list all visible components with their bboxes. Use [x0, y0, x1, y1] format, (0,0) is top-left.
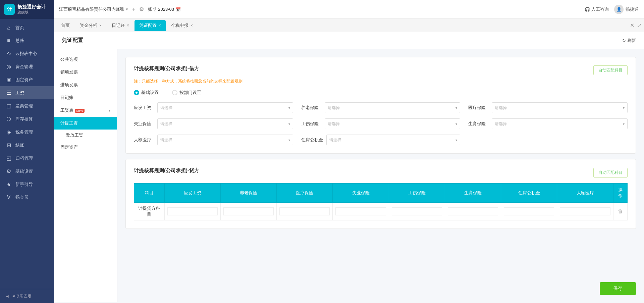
expand-icon[interactable]: ⤢ — [637, 22, 641, 29]
sidebar-item-settings[interactable]: ⚙ 基础设置 — [0, 165, 54, 178]
sidebar-item-reports[interactable]: ∿ 云报表中心 — [0, 47, 54, 60]
radio-group: 基础设置 按部门设置 — [134, 90, 628, 96]
housing-fund-arrow-icon: ▾ — [455, 138, 457, 142]
add-icon[interactable]: + — [132, 6, 135, 12]
cancel-pin-icon: ◄ — [5, 294, 9, 299]
housing-fund-select[interactable]: 请选择 ▾ — [326, 135, 461, 145]
sidebar-item-guide[interactable]: ★ 新手引导 — [0, 178, 54, 191]
radio-dept[interactable]: 按部门设置 — [172, 90, 201, 96]
topbar-settings-icon[interactable]: ⚙ — [139, 6, 144, 12]
sidebar-footer[interactable]: ◄ ◄取消固定 — [0, 289, 54, 303]
tab-funds-close[interactable]: × — [99, 23, 102, 28]
sidebar-item-label: 税务管理 — [15, 129, 33, 135]
auto-match-debit-button[interactable]: 自动匹配科目 — [593, 65, 628, 75]
tab-journal[interactable]: 日记账 × — [107, 20, 134, 31]
tab-tax-close[interactable]: × — [191, 23, 193, 28]
debit-section: 计提核算规则(公司承担)-借方 自动匹配科目 注：只能选择一种方式，系统将按照您… — [125, 57, 636, 154]
nav-item-sales[interactable]: 销项发票 — [54, 66, 117, 79]
tab-funds[interactable]: 资金分析 × — [75, 20, 106, 31]
sidebar-nav: ⌂ 首页 ≡ 总账 ∿ 云报表中心 ◎ 资金管理 ▣ 固定资产 ☰ 工资 ◫ 发… — [0, 19, 54, 289]
sidebar-item-label: 归档管理 — [15, 155, 33, 161]
table-row: 计提贷方科目 🗑 — [134, 203, 628, 220]
topbar-right: 🎧 人工咨询 👤 畅捷通 — [585, 5, 639, 14]
new-badge: NEW — [75, 109, 85, 113]
sidebar-item-salary[interactable]: ☰ 工资 — [0, 86, 54, 99]
medical-placeholder: 请选择 — [495, 105, 507, 111]
nav-item-salary-accrual-label: 计提工资 — [60, 120, 78, 126]
refresh-label: 刷新 — [627, 38, 636, 44]
cell-gross-salary[interactable] — [164, 203, 220, 220]
input-injury[interactable] — [392, 207, 442, 215]
main-content: 计提核算规则(公司承担)-借方 自动匹配科目 注：只能选择一种方式，系统将按照您… — [117, 49, 644, 302]
sidebar-item-funds[interactable]: ◎ 资金管理 — [0, 60, 54, 73]
auto-match-credit-button[interactable]: 自动匹配科目 — [593, 168, 628, 178]
cell-injury[interactable] — [389, 203, 445, 220]
sidebar-item-label: 云报表中心 — [15, 51, 37, 57]
cell-pension[interactable] — [220, 203, 276, 220]
page-header: 凭证配置 ↻ 刷新 — [54, 32, 644, 49]
sidebar-item-ledger[interactable]: ≡ 总账 — [0, 34, 54, 47]
input-gross-salary[interactable] — [167, 207, 218, 215]
sidebar-item-archive[interactable]: ◱ 归档管理 — [0, 152, 54, 165]
gross-salary-select[interactable]: 请选择 ▾ — [157, 102, 293, 113]
tab-journal-label: 日记账 — [112, 22, 125, 29]
cell-maternity[interactable] — [445, 203, 501, 220]
injury-select[interactable]: 请选择 ▾ — [325, 118, 461, 129]
close-tab-icon[interactable]: ✕ — [630, 22, 634, 29]
unemployment-select[interactable]: 请选择 ▾ — [157, 118, 293, 129]
cell-housing-fund[interactable] — [501, 203, 557, 220]
nav-item-journal[interactable]: 日记账 — [54, 91, 117, 104]
cell-medical[interactable] — [277, 203, 333, 220]
input-unemployment[interactable] — [335, 207, 386, 215]
sidebar-item-assets[interactable]: ▣ 固定资产 — [0, 73, 54, 86]
tab-home[interactable]: 首页 — [56, 20, 74, 31]
maternity-select[interactable]: 请选择 ▾ — [492, 118, 628, 129]
sidebar-item-inventory[interactable]: ⬡ 库存核算 — [0, 112, 54, 125]
chevron-down-icon: ▾ — [109, 109, 110, 112]
pension-select[interactable]: 请选择 ▾ — [325, 102, 461, 113]
nav-item-salary-accrual[interactable]: 计提工资 — [54, 117, 117, 130]
save-button[interactable]: 保存 — [600, 282, 636, 295]
large-medical-select[interactable]: 请选择 ▾ — [157, 135, 293, 145]
nav-item-salary-table[interactable]: 工资表 NEW ▾ — [54, 104, 117, 117]
col-large-medical: 大额医疗 — [557, 184, 613, 203]
input-pension[interactable] — [223, 207, 274, 215]
cell-unemployment[interactable] — [333, 203, 389, 220]
sidebar-item-label: 基础设置 — [15, 168, 33, 174]
sidebar-item-vip[interactable]: V 畅会员 — [0, 191, 54, 204]
nav-item-public[interactable]: 公共选项 — [54, 53, 117, 66]
company-chevron-icon: ▾ — [126, 7, 128, 12]
sidebar-item-home[interactable]: ⌂ 首页 — [0, 21, 54, 34]
input-housing-fund[interactable] — [504, 207, 554, 215]
input-medical[interactable] — [279, 207, 330, 215]
nav-item-salary-pay[interactable]: 发放工资 — [54, 130, 117, 141]
tab-funds-label: 资金分析 — [80, 22, 97, 29]
calendar-icon[interactable]: 📅 — [175, 7, 181, 12]
sidebar-item-label: 资金管理 — [15, 64, 33, 70]
refresh-button[interactable]: ↻ 刷新 — [622, 38, 636, 44]
pension-label: 养老保险 — [301, 105, 321, 111]
nav-item-purchase[interactable]: 进项发票 — [54, 79, 117, 91]
topbar-company[interactable]: 江西服宝精品有限责任公司内账张 ▾ — [59, 6, 128, 12]
delete-row-icon[interactable]: 🗑 — [618, 209, 623, 214]
topbar-user[interactable]: 👤 畅捷通 — [614, 5, 639, 14]
sidebar-item-closing[interactable]: ⊞ 结账 — [0, 139, 54, 152]
medical-select[interactable]: 请选择 ▾ — [492, 102, 628, 113]
home-icon: ⌂ — [5, 25, 12, 31]
nav-item-fixed-assets[interactable]: 固定资产 — [54, 141, 117, 154]
tab-voucher[interactable]: 凭证配置 × — [135, 20, 166, 31]
sidebar-item-invoice[interactable]: ◫ 发票管理 — [0, 99, 54, 112]
radio-basic[interactable]: 基础设置 — [134, 90, 159, 96]
topbar-service[interactable]: 🎧 人工咨询 — [585, 6, 609, 12]
sidebar-logo: 计 畅捷通好会计 旗舰版 — [0, 0, 54, 19]
tab-voucher-close[interactable]: × — [159, 23, 161, 28]
sidebar-item-label: 工资 — [15, 90, 24, 96]
cell-large-medical[interactable] — [557, 203, 613, 220]
tab-tax[interactable]: 个税申报 × — [166, 20, 198, 31]
form-item-medical: 医疗保险 请选择 ▾ — [468, 102, 628, 113]
input-large-medical[interactable] — [560, 207, 610, 215]
tab-journal-close[interactable]: × — [127, 23, 129, 28]
cell-action[interactable]: 🗑 — [613, 203, 627, 220]
input-maternity[interactable] — [448, 207, 498, 215]
sidebar-item-tax[interactable]: ◈ 税务管理 — [0, 125, 54, 139]
